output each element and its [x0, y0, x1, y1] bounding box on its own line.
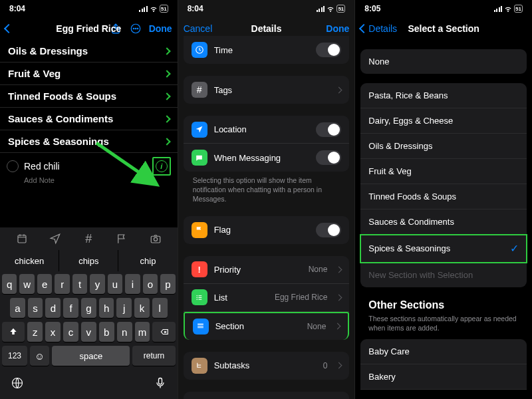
- info-icon[interactable]: i: [156, 160, 168, 172]
- key-v[interactable]: v: [81, 322, 96, 342]
- checkmark-icon: ✓: [510, 242, 519, 255]
- key-r[interactable]: r: [55, 274, 69, 294]
- key-m[interactable]: m: [135, 322, 150, 342]
- toggle[interactable]: [316, 43, 341, 57]
- add-note[interactable]: Add Note: [0, 176, 178, 187]
- section-option[interactable]: Fruit & Veg: [360, 159, 527, 184]
- cell-section-highlight[interactable]: Section None: [184, 312, 350, 340]
- key-b[interactable]: b: [99, 322, 114, 342]
- share-icon[interactable]: [109, 22, 122, 35]
- suggestion[interactable]: chips: [59, 250, 118, 271]
- panel-details: 8:04 51 Cancel Details Done Time # Tags …: [178, 0, 355, 399]
- item-row[interactable]: Red chili i: [0, 153, 178, 176]
- row-label: Tinned Foods & Soups: [368, 192, 456, 201]
- section-option[interactable]: Dairy, Eggs & Cheese: [360, 108, 527, 134]
- back-icon[interactable]: [359, 24, 368, 33]
- toggle[interactable]: [316, 223, 341, 237]
- key-f[interactable]: f: [63, 298, 78, 318]
- key-t[interactable]: t: [72, 274, 87, 294]
- numbers-key[interactable]: 123: [2, 346, 27, 366]
- location-icon[interactable]: [48, 231, 63, 246]
- more-icon[interactable]: [129, 22, 142, 35]
- key-p[interactable]: p: [160, 274, 175, 294]
- key-n[interactable]: n: [117, 322, 132, 342]
- key-j[interactable]: j: [116, 298, 132, 318]
- key-s[interactable]: s: [28, 298, 43, 318]
- key-d[interactable]: d: [45, 298, 61, 318]
- chevron-right-icon: [163, 92, 170, 100]
- key-q[interactable]: q: [2, 274, 17, 294]
- row-label: Dairy, Eggs & Cheese: [368, 116, 453, 126]
- chevron-right-icon: [163, 70, 170, 77]
- key-h[interactable]: h: [99, 298, 114, 318]
- section-option[interactable]: Sauces & Condiments: [360, 209, 527, 235]
- key-k[interactable]: k: [134, 298, 150, 318]
- other-section-option[interactable]: Bakery: [360, 364, 527, 390]
- section-header[interactable]: Sauces & Condiments: [0, 108, 178, 130]
- key-o[interactable]: o: [143, 274, 158, 294]
- svg-point-4: [137, 28, 138, 29]
- other-section-option[interactable]: Baby Care: [360, 339, 527, 364]
- chevron-right-icon: [336, 294, 342, 301]
- key-w[interactable]: w: [19, 274, 34, 294]
- globe-key[interactable]: [11, 376, 24, 392]
- section-options-list: Pasta, Rice & BeansDairy, Eggs & CheeseO…: [360, 83, 527, 287]
- section-icon: [193, 319, 209, 334]
- item-radio[interactable]: [7, 160, 19, 172]
- cell-priority[interactable]: ! Priority None: [184, 256, 350, 284]
- cell-label: Section: [215, 321, 301, 331]
- cancel-button[interactable]: Cancel: [184, 23, 213, 34]
- cell-label: Tags: [214, 85, 328, 95]
- camera-icon[interactable]: [148, 231, 163, 246]
- shift-key[interactable]: [2, 322, 25, 342]
- section-option[interactable]: Tinned Foods & Soups: [360, 184, 527, 209]
- return-key[interactable]: return: [132, 346, 175, 366]
- nav-bar: Egg Fried Rice Done: [0, 17, 178, 40]
- space-key[interactable]: space: [52, 346, 130, 366]
- suggestion[interactable]: chip: [118, 250, 177, 271]
- back-button[interactable]: Details: [368, 23, 397, 34]
- section-header[interactable]: Oils & Dressings: [0, 40, 178, 63]
- cell-subtasks[interactable]: Subtasks 0: [184, 352, 350, 380]
- section-option[interactable]: Pasta, Rice & Beans: [360, 83, 527, 108]
- backspace-key[interactable]: [152, 322, 175, 342]
- flag-icon[interactable]: [114, 231, 129, 246]
- section-header[interactable]: Spices & Seasonings: [0, 130, 178, 153]
- cell-location[interactable]: Location: [184, 116, 350, 144]
- section-none[interactable]: None: [360, 49, 527, 74]
- key-e[interactable]: e: [37, 274, 52, 294]
- toggle[interactable]: [316, 150, 341, 165]
- key-z[interactable]: z: [27, 322, 43, 342]
- cell-messaging[interactable]: When Messaging: [184, 144, 350, 172]
- key-a[interactable]: a: [10, 298, 25, 318]
- key-c[interactable]: c: [63, 322, 78, 342]
- cell-time[interactable]: Time: [184, 36, 350, 64]
- key-l[interactable]: l: [152, 298, 168, 318]
- key-x[interactable]: x: [45, 322, 61, 342]
- done-button[interactable]: Done: [149, 23, 172, 34]
- suggestion[interactable]: chicken: [0, 250, 59, 271]
- toggle[interactable]: [316, 122, 341, 137]
- section-header[interactable]: Tinned Foods & Soups: [0, 85, 178, 108]
- cell-tags[interactable]: # Tags: [184, 76, 350, 104]
- key-i[interactable]: i: [125, 274, 140, 294]
- key-y[interactable]: y: [90, 274, 104, 294]
- cell-flag[interactable]: Flag: [184, 216, 350, 244]
- done-button[interactable]: Done: [326, 23, 349, 34]
- flag-icon: [192, 222, 207, 238]
- section-header[interactable]: Fruit & Veg: [0, 63, 178, 85]
- emoji-key[interactable]: ☺: [30, 346, 49, 366]
- info-button-highlight[interactable]: i: [152, 157, 171, 176]
- key-g[interactable]: g: [81, 298, 96, 318]
- key-u[interactable]: u: [108, 274, 122, 294]
- section-option[interactable]: Spices & Seasonings✓: [360, 235, 527, 263]
- cell-list[interactable]: List Egg Fried Rice: [184, 284, 350, 312]
- hash-icon[interactable]: #: [81, 231, 96, 246]
- item-name[interactable]: Red chili: [24, 161, 147, 172]
- calendar-icon[interactable]: [15, 231, 29, 246]
- section-option[interactable]: Oils & Dressings: [360, 134, 527, 159]
- back-icon[interactable]: [4, 24, 13, 33]
- dictation-key[interactable]: [154, 376, 167, 392]
- add-image-button[interactable]: Add Image: [184, 392, 350, 399]
- new-section-row: New Section with Selection: [360, 263, 527, 287]
